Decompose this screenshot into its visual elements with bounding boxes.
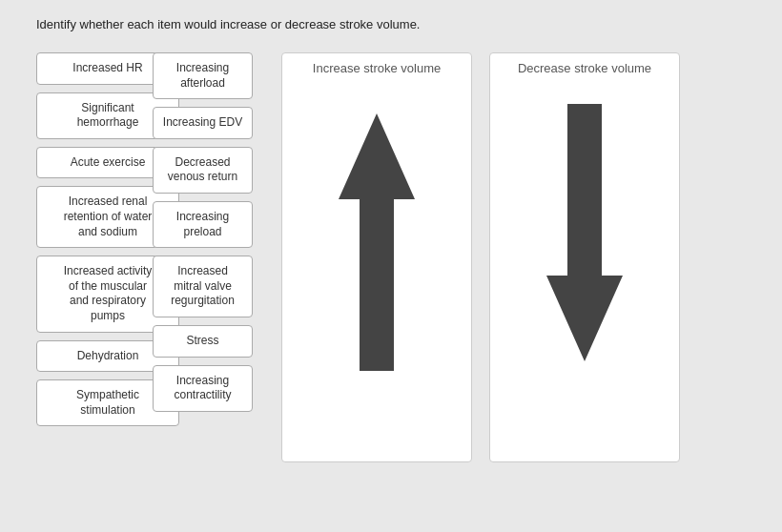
svg-marker-0 <box>339 113 415 371</box>
increase-zone-title: Increase stroke volume <box>313 61 441 75</box>
card-stress[interactable]: Stress <box>153 325 253 358</box>
drop-zones: Increase stroke volume Decrease stroke v… <box>281 52 680 462</box>
card-increasing-preload[interactable]: Increasingpreload <box>153 201 253 248</box>
decrease-stroke-volume-zone[interactable]: Decrease stroke volume <box>489 52 680 462</box>
down-arrow-icon <box>542 104 628 371</box>
decrease-zone-title: Decrease stroke volume <box>518 61 651 75</box>
right-column: Increasingafterload Increasing EDV Decre… <box>153 52 253 412</box>
card-increasing-edv[interactable]: Increasing EDV <box>153 107 253 139</box>
instruction-text: Identify whether each item would increas… <box>36 17 420 31</box>
card-increased-mitral-valve[interactable]: Increasedmitral valveregurgitation <box>153 256 253 317</box>
card-decreased-venous-return[interactable]: Decreasedvenous return <box>153 147 253 194</box>
card-increasing-contractility[interactable]: Increasingcontractility <box>153 365 253 412</box>
up-arrow-icon <box>334 104 420 371</box>
card-increasing-afterload[interactable]: Increasingafterload <box>153 52 253 99</box>
increase-stroke-volume-zone[interactable]: Increase stroke volume <box>281 52 472 462</box>
svg-marker-1 <box>546 104 623 361</box>
